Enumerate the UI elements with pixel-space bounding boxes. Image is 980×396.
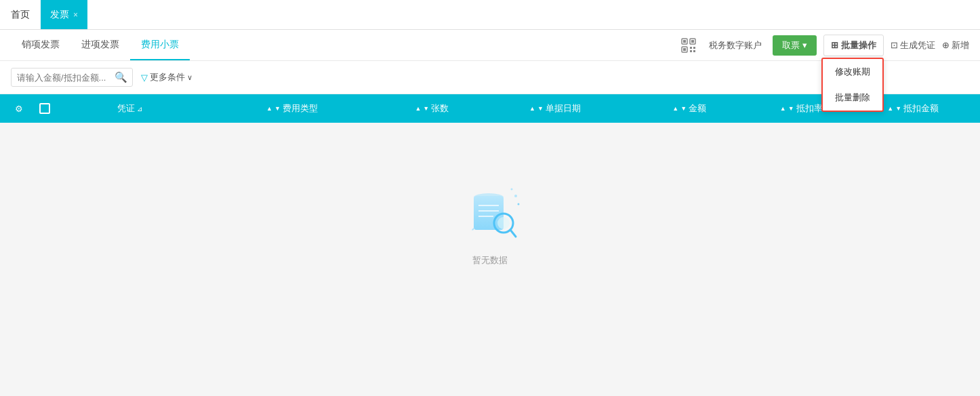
svg-rect-7 <box>693 47 695 49</box>
sort-up-icon: ▲ <box>266 105 272 112</box>
batch-icon: ⊞ <box>831 40 838 50</box>
batch-operation-button[interactable]: ⊞ 批量操作 <box>823 35 884 56</box>
sort-down-icon3: ▼ <box>537 105 544 112</box>
sub-nav-actions: 税务数字账户 取票 ▾ ⊞ 批量操作 修改账期 批量删除 ⊡ 生成凭证 ⊕ 新增 <box>679 35 969 56</box>
search-icon[interactable]: 🔍 <box>115 71 127 83</box>
th-voucher-label: 凭证 <box>117 102 135 115</box>
th-date-label: 单据日期 <box>546 102 581 115</box>
get-invoice-button[interactable]: 取票 ▾ <box>773 35 817 56</box>
svg-line-18 <box>510 230 516 237</box>
sort-up-icon6: ▲ <box>887 105 893 112</box>
filter-arrow: ∨ <box>187 73 192 82</box>
th-rate-label: 抵扣率 <box>796 102 823 115</box>
voucher-label: 生成凭证 <box>900 39 935 52</box>
tab-sales-invoice[interactable]: 销项发票 <box>11 30 70 60</box>
search-input[interactable] <box>17 73 112 83</box>
top-nav: 首页 发票 × <box>0 0 980 30</box>
th-check[interactable] <box>33 103 57 114</box>
sort-down-icon2: ▼ <box>423 105 429 112</box>
batch-dropdown-menu: 修改账期 批量删除 <box>821 58 884 112</box>
svg-rect-9 <box>693 50 695 52</box>
more-filter-button[interactable]: ▽ 更多条件 ∨ <box>141 71 192 83</box>
tax-account-button[interactable]: 税务数字账户 <box>705 39 766 52</box>
svg-point-19 <box>514 195 517 197</box>
empty-text: 暂无数据 <box>472 254 508 266</box>
th-type-label: 费用类型 <box>283 102 318 115</box>
empty-illustration <box>456 177 524 245</box>
svg-rect-8 <box>690 50 692 52</box>
sub-nav: 销项发票 进项发票 费用小票 税务数字账户 取票 ▾ <box>0 30 980 61</box>
sort-up-icon5: ▲ <box>780 105 786 112</box>
th-count[interactable]: ▲ ▼ 张数 <box>382 102 482 115</box>
sort-up-icon3: ▲ <box>529 105 535 112</box>
sort-down-icon: ▼ <box>274 105 281 112</box>
home-tab[interactable]: 首页 <box>0 0 41 29</box>
batch-dropdown-container: ⊞ 批量操作 修改账期 批量删除 <box>823 35 884 56</box>
svg-rect-3 <box>691 40 694 43</box>
th-voucher[interactable]: 凭证 ⊿ <box>57 102 203 115</box>
select-all-checkbox[interactable] <box>39 103 50 114</box>
sort-down-icon4: ▼ <box>680 105 687 112</box>
svg-point-21 <box>511 189 513 191</box>
sort-up-icon4: ▲ <box>672 105 678 112</box>
voucher-icon: ⊡ <box>891 40 898 50</box>
th-voucher-filter[interactable]: ⊿ <box>137 105 142 113</box>
qr-icon[interactable] <box>679 36 698 55</box>
invoice-tab-label: 发票 <box>50 9 69 21</box>
generate-voucher-button[interactable]: ⊡ 生成凭证 <box>891 39 935 52</box>
svg-point-17 <box>497 217 510 229</box>
sort-up-icon2: ▲ <box>415 105 421 112</box>
svg-point-20 <box>518 203 520 205</box>
th-amount-label: 金额 <box>689 102 706 115</box>
add-label: 新增 <box>952 39 969 52</box>
modify-period-item[interactable]: 修改账期 <box>823 59 882 85</box>
th-count-label: 张数 <box>431 102 449 115</box>
tab-purchase-invoice[interactable]: 进项发票 <box>70 30 130 60</box>
more-filter-label: 更多条件 <box>150 71 185 83</box>
close-icon[interactable]: × <box>73 10 78 20</box>
get-invoice-label: 取票 <box>782 39 800 52</box>
search-wrap: 🔍 <box>11 68 133 87</box>
batch-label: 批量操作 <box>841 39 876 52</box>
sort-down-icon5: ▼ <box>788 105 794 112</box>
svg-rect-6 <box>690 47 692 49</box>
empty-state: 暂无数据 <box>0 123 980 307</box>
th-gear[interactable]: ⚙ <box>5 104 33 114</box>
th-type[interactable]: ▲ ▼ 费用类型 <box>203 102 382 115</box>
add-icon: ⊕ <box>942 40 950 50</box>
invoice-tab[interactable]: 发票 × <box>41 0 87 29</box>
filter-icon: ▽ <box>141 73 148 83</box>
gear-icon: ⚙ <box>15 104 23 114</box>
sort-down-icon6: ▼ <box>895 105 901 112</box>
th-date[interactable]: ▲ ▼ 单据日期 <box>483 102 628 115</box>
tab-expense-receipt[interactable]: 费用小票 <box>130 30 190 60</box>
th-amount[interactable]: ▲ ▼ 金额 <box>628 102 751 115</box>
add-button[interactable]: ⊕ 新增 <box>942 39 969 52</box>
get-invoice-arrow: ▾ <box>802 40 807 50</box>
svg-rect-1 <box>683 40 686 43</box>
sub-nav-tabs: 销项发票 进项发票 费用小票 <box>11 30 190 60</box>
svg-rect-5 <box>683 48 686 51</box>
batch-delete-item[interactable]: 批量删除 <box>823 85 882 111</box>
th-deduct-label: 抵扣金额 <box>903 102 939 115</box>
main-content: 暂无数据 <box>0 123 980 394</box>
